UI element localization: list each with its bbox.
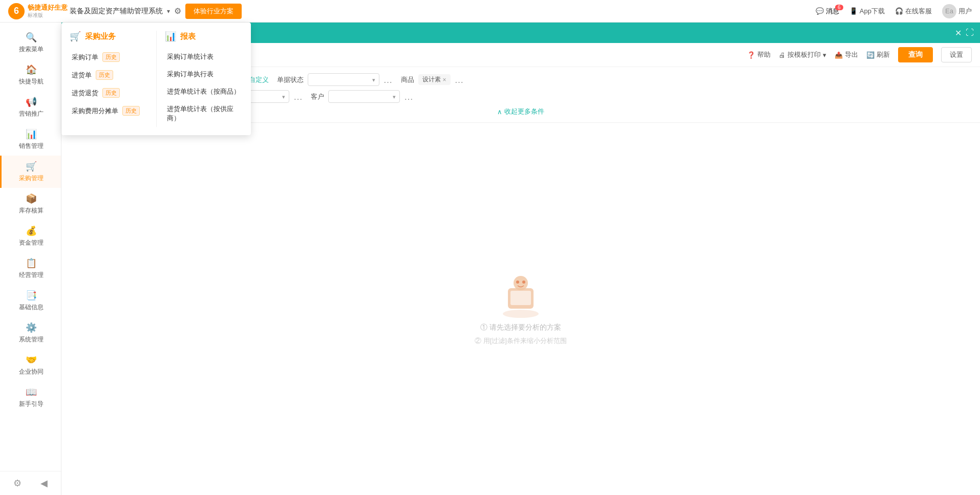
doc-status-select[interactable] [308,73,379,86]
purchase-order-exec-label: 采购订单执行表 [167,70,214,79]
empty-state: ① 请先选择要分析的方案 ② 用[过滤]条件来缩小分析范围 [61,123,980,495]
sidebar-bottom: ⚙ ◀ [0,471,61,495]
system-title-area: 装备及固定资产辅助管理系统 ▾ ⚙ 体验行业方案 [70,4,816,19]
sidebar-item-marketing[interactable]: 📢 营销推广 [0,91,61,123]
customer-select-wrapper [328,90,400,103]
sidebar-collapse-icon[interactable]: ◀ [40,478,48,489]
sidebar-item-quick-nav[interactable]: 🏠 快捷导航 [0,59,61,91]
hint2-num: ② [475,337,481,345]
print-icon: 🖨 [779,51,785,59]
empty-hint2: ② 用[过滤]条件来缩小分析范围 [475,336,567,346]
trial-button[interactable]: 体验行业方案 [185,4,242,19]
notification-badge: 6 [835,5,843,10]
purchase-order-label: 采购订单 [72,53,98,62]
notification-area[interactable]: 💬 消息 6 [816,7,839,16]
logo-area: 6 畅捷通好生意 标准版 [8,3,70,19]
product-more[interactable]: … [455,75,464,84]
refresh-btn[interactable]: 🔄 刷新 [866,50,890,59]
doc-status-select-wrapper [308,73,379,86]
export-btn[interactable]: 📤 导出 [835,50,858,59]
doc-status-label: 单据状态 [277,75,304,84]
purchase-order-stats-label: 采购订单统计表 [167,52,214,61]
tab-expand-btn[interactable]: ⛶ [966,28,974,37]
menu-item-purchase-order[interactable]: 采购订单 历史 [70,48,148,66]
menu-item-purchase-order-exec[interactable]: 采购订单执行表 [165,66,243,83]
sidebar-settings-icon[interactable]: ⚙ [13,478,22,489]
receipt-stats-supplier-label: 进货单统计表（按供应商） [167,104,241,123]
menu-item-purchase-expense[interactable]: 采购费用分摊单 历史 [70,102,148,120]
customer-filter: 客户 … [311,90,413,103]
sidebar-label-guide: 新手引导 [19,400,44,408]
sidebar-item-operations[interactable]: 📋 经营管理 [0,252,61,285]
procurement-menu-icon: 🛒 [70,31,81,42]
user-area[interactable]: Ea 用户 [942,4,972,18]
dropdown-col1-title: 🛒 采购业务 [70,31,148,42]
online-service[interactable]: 🎧 在线客服 [895,7,932,16]
goods-return-badge: 历史 [102,88,120,98]
doc-status-filter: 单据状态 … [277,73,393,86]
menu-item-goods-return[interactable]: 进货退货 历史 [70,84,148,102]
product-tag-close[interactable]: × [443,76,446,83]
sidebar-label-search: 搜索菜单 [19,45,44,54]
refresh-label: 刷新 [877,50,890,59]
query-button[interactable]: 查询 [898,47,933,62]
svg-point-4 [516,281,519,284]
goods-receipt-label: 进货单 [72,71,92,80]
sidebar-item-inventory[interactable]: 📦 库存核算 [0,188,61,220]
receipt-stats-product-label: 进货单统计表（按商品） [167,87,240,96]
avatar-initials: Ea [945,7,953,15]
sidebar-item-guide[interactable]: 📖 新手引导 [0,381,61,414]
sidebar-label-finance: 资金管理 [19,239,44,247]
menu-item-goods-receipt[interactable]: 进货单 历史 [70,66,148,84]
svg-point-3 [514,276,528,290]
dropdown-col-procurement: 🛒 采购业务 采购订单 历史 进货单 历史 进货退货 历史 采购费用分摊单 历史 [61,31,156,127]
sidebar-item-search[interactable]: 🔍 搜索菜单 [0,27,61,59]
app-download[interactable]: 📱 App下载 [849,7,885,16]
settings-button[interactable]: 设置 [941,47,972,62]
sidebar-label-basic-info: 基础信息 [19,303,44,312]
customer-label: 客户 [311,92,324,101]
logo-line1: 畅捷通好生意 [28,4,68,12]
sidebar-item-system[interactable]: ⚙️ 系统管理 [0,317,61,349]
logo-text: 畅捷通好生意 标准版 [28,4,68,19]
settings-gear-icon[interactable]: ⚙ [174,6,181,16]
sidebar-item-finance[interactable]: 💰 资金管理 [0,220,61,252]
customer-more[interactable]: … [404,92,413,101]
avatar: Ea [942,4,956,18]
menu-item-receipt-stats-supplier[interactable]: 进货单统计表（按供应商） [165,100,243,127]
user-label: 用户 [958,7,972,16]
search-icon: 🔍 [26,32,37,43]
product-tag-value: 设计素 [422,75,441,84]
app-download-label: App下载 [860,7,885,16]
sidebar-item-procurement[interactable]: 🛒 采购管理 [0,156,61,188]
sidebar: 🔍 搜索菜单 🏠 快捷导航 📢 营销推广 📊 销售管理 🛒 采购管理 📦 库存核… [0,23,61,495]
customer-select[interactable] [328,90,400,103]
sidebar-label-operations: 经营管理 [19,271,44,279]
tab-close-btn[interactable]: ✕ [955,28,962,38]
finance-icon: 💰 [26,225,37,236]
sidebar-item-sales[interactable]: 📊 销售管理 [0,123,61,156]
empty-illustration [495,273,546,319]
help-btn[interactable]: ❓ 帮助 [747,50,771,59]
doc-status-more[interactable]: … [384,75,393,84]
enterprise-icon: 🤝 [26,354,37,365]
quick-date-custom[interactable]: 自定义 [249,75,269,84]
basic-info-icon: 📑 [26,290,37,301]
header-right: 💬 消息 6 📱 App下载 🎧 在线客服 Ea 用户 [816,4,972,18]
dropdown-col-reports: 📊 报表 采购订单统计表 采购订单执行表 进货单统计表（按商品） 进货单统计表（… [156,31,251,127]
sidebar-item-basic-info[interactable]: 📑 基础信息 [0,285,61,317]
hint2-text: 用[过滤]条件来缩小分析范围 [483,337,567,345]
menu-item-purchase-order-stats[interactable]: 采购订单统计表 [165,48,243,66]
print-btn[interactable]: 🖨 按模板打印 ▾ [779,50,826,59]
system-title-dropdown[interactable]: ▾ [167,8,170,15]
salesperson-more[interactable]: … [293,92,303,101]
sidebar-item-enterprise[interactable]: 🤝 企业协同 [0,349,61,381]
export-icon: 📤 [835,51,843,59]
menu-item-receipt-stats-product[interactable]: 进货单统计表（按商品） [165,83,243,100]
hint1-text: 请先选择要分析的方案 [489,323,561,331]
headset-icon: 🎧 [895,7,903,15]
refresh-icon: 🔄 [866,51,875,59]
dropdown-col1-title-text: 采购业务 [85,32,116,41]
purchase-expense-label: 采购费用分摊单 [72,106,118,116]
collapse-arrow-icon: ∧ [497,108,502,116]
